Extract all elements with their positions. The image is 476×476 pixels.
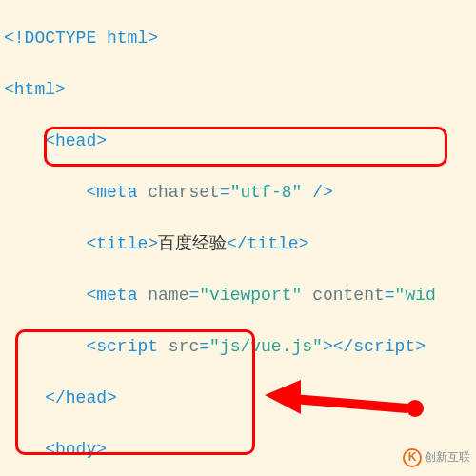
code-line: <html> <box>0 77 476 103</box>
code-line: <!DOCTYPE html> <box>0 26 476 51</box>
code-line: <meta name="viewport" content="wid <box>0 283 476 308</box>
code-block: <!DOCTYPE html> <html> <head> <meta char… <box>0 0 476 476</box>
watermark: K 创新互联 <box>403 445 470 470</box>
code-line: <meta charset="utf-8" /> <box>0 180 476 206</box>
watermark-text: 创新互联 <box>425 445 470 470</box>
doctype: <!DOCTYPE html> <box>4 29 158 48</box>
code-line: <title>百度经验</title> <box>0 231 476 257</box>
code-line: <head> <box>0 129 476 154</box>
code-line: </head> <box>0 386 476 411</box>
watermark-logo-icon: K <box>403 448 422 467</box>
code-line: <script src="js/vue.js"></script> <box>0 334 476 360</box>
